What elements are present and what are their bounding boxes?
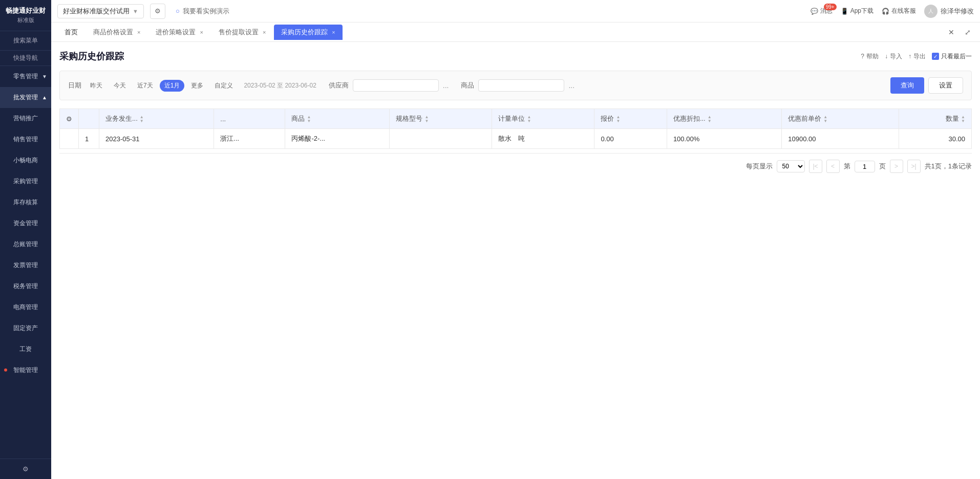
tabs-controls: ✕ ⤢ <box>945 26 974 38</box>
sidebar-settings-icon[interactable]: ⚙ <box>0 459 51 479</box>
next-page-button[interactable]: > <box>890 160 903 173</box>
sidebar-item-invoice[interactable]: 发票管理 <box>0 255 51 276</box>
demo-button[interactable]: ○ 我要看实例演示 <box>172 5 233 18</box>
table-col-product[interactable]: 商品▲▼ <box>285 109 390 129</box>
prev-page-button[interactable]: < <box>826 160 840 173</box>
supplier-input[interactable] <box>353 79 439 92</box>
sidebar-item-tax[interactable]: 税务管理 <box>0 276 51 297</box>
app-icon: 📱 <box>841 8 848 15</box>
chevron-down-icon: ▼ <box>133 8 138 14</box>
sidebar-item-ecommerce[interactable]: 电商管理 <box>0 297 51 318</box>
sidebar-item-purchase[interactable]: 采购管理 <box>0 171 51 192</box>
tab-home[interactable]: 首页 <box>57 25 85 40</box>
sidebar-item-finance[interactable]: 资金管理 <box>0 213 51 234</box>
sidebar-quick-nav[interactable]: 快捷导航 <box>0 51 51 66</box>
sidebar-item-label: 电商管理 <box>13 303 38 311</box>
sidebar-item-smart[interactable]: 智能管理 <box>0 360 51 381</box>
sidebar-item-marketing[interactable]: 营销推广 <box>0 108 51 129</box>
messages-button[interactable]: 💬 消息 99+ <box>811 7 833 15</box>
topbar: 好业财标准版交付试用 ▼ ⚙ ○ 我要看实例演示 💬 消息 99+ 📱 App下… <box>51 0 980 23</box>
table-col-spec[interactable]: 规格型号▲▼ <box>390 109 492 129</box>
online-service-button[interactable]: 🎧 在线客服 <box>882 7 916 15</box>
per-page-select[interactable]: 50 100 200 <box>777 160 805 172</box>
close-tab-button[interactable]: ✕ <box>945 26 957 38</box>
sidebar-item-ledger[interactable]: 总账管理 <box>0 234 51 255</box>
import-label: 导入 <box>890 52 902 61</box>
maximize-tab-button[interactable]: ⤢ <box>962 26 974 38</box>
page-suffix: 页 <box>879 162 886 171</box>
table-cell-pre-discount-price: 10900.00 <box>782 129 899 149</box>
user-info[interactable]: 人 徐泽华修改 <box>924 5 974 18</box>
table-col-discount[interactable]: 优惠折扣...▲▼ <box>667 109 781 129</box>
tab-purchase-strategy[interactable]: 进价策略设置 × <box>148 25 210 40</box>
table-col-gear[interactable]: ⚙ <box>60 109 79 129</box>
product-selector[interactable]: 好业财标准版交付试用 ▼ <box>57 4 144 18</box>
date-btn-more[interactable]: 更多 <box>186 80 208 92</box>
logo-sub: 标准版 <box>4 16 47 24</box>
date-btn-today[interactable]: 今天 <box>109 80 131 92</box>
sidebar-item-label: 工资 <box>19 345 32 353</box>
tab-close-icon[interactable]: × <box>263 29 266 35</box>
logo-title: 畅捷通好业财 <box>4 6 47 15</box>
settings-button[interactable]: 设置 <box>928 77 963 94</box>
product-input[interactable] <box>478 79 564 92</box>
chevron-up-icon: ▲ <box>42 95 47 100</box>
last-page-button[interactable]: >| <box>907 160 921 173</box>
table-col-price[interactable]: 报价▲▼ <box>594 109 667 129</box>
date-btn-1month[interactable]: 近1月 <box>160 80 185 92</box>
date-btn-yesterday[interactable]: 昨天 <box>86 80 107 92</box>
tab-price[interactable]: 商品价格设置 × <box>86 25 147 40</box>
tab-sale-price[interactable]: 售价提取设置 × <box>211 25 273 40</box>
topbar-right: 💬 消息 99+ 📱 App下载 🎧 在线客服 人 徐泽华修改 <box>811 5 974 18</box>
sidebar-item-sales[interactable]: 销售管理 <box>0 129 51 150</box>
sidebar-item-payroll[interactable]: 工资 <box>0 339 51 360</box>
table-col-pre-discount-price[interactable]: 优惠前单价▲▼ <box>782 109 899 129</box>
page-input[interactable] <box>855 161 875 172</box>
tab-close-icon[interactable]: × <box>332 29 335 35</box>
tab-close-icon[interactable]: × <box>137 29 140 35</box>
only-last-checkbox-group[interactable]: ✓ 只看最后一 <box>932 52 972 61</box>
sidebar-item-assets[interactable]: 固定资产 <box>0 318 51 339</box>
chevron-down-icon: ▼ <box>42 74 47 79</box>
sidebar-item-label: 批发管理 <box>13 94 38 101</box>
table-cell-quantity: 30.00 <box>899 129 972 149</box>
product-filter-group: 商品 ... <box>461 79 574 92</box>
checkbox-icon[interactable]: ✓ <box>932 53 939 60</box>
product-filter-label: 商品 <box>461 81 474 90</box>
query-button[interactable]: 查询 <box>890 77 924 94</box>
sidebar-item-label: 采购管理 <box>13 178 38 185</box>
table-col-quantity[interactable]: 数量▲▼ <box>899 109 972 129</box>
settings-icon[interactable]: ⚙ <box>150 4 165 19</box>
filter-row: 日期 昨天 今天 近7天 近1月 更多 自定义 2023-05-02 至 202… <box>59 71 972 100</box>
table-header-row: ⚙ 业务发生...▲▼ ... 商品▲▼ 规格型号▲▼ <box>60 109 972 129</box>
supplier-more-icon[interactable]: ... <box>443 81 449 90</box>
date-options: 昨天 今天 近7天 近1月 更多 自定义 <box>86 80 238 92</box>
product-more-icon[interactable]: ... <box>568 81 574 90</box>
tab-purchase-history[interactable]: 采购历史价跟踪 × <box>274 25 342 40</box>
page-container: 采购历史价跟踪 ? 帮助 ↓ 导入 ↑ 导出 <box>51 42 980 479</box>
sidebar-item-inventory[interactable]: 库存核算 <box>0 192 51 213</box>
export-icon: ↑ <box>908 53 911 60</box>
sidebar-item-ecommerce-small[interactable]: 小畅电商 <box>0 150 51 171</box>
table-col-biz-date[interactable]: 业务发生...▲▼ <box>99 109 214 129</box>
sidebar-search[interactable]: 搜索菜单 <box>0 31 51 51</box>
sidebar-item-wholesale[interactable]: 批发管理 ▲ <box>0 87 51 108</box>
help-button[interactable]: ? 帮助 <box>861 52 879 61</box>
tab-label: 采购历史价跟踪 <box>281 28 328 37</box>
app-download-button[interactable]: 📱 App下载 <box>841 7 874 15</box>
export-button[interactable]: ↑ 导出 <box>908 52 926 61</box>
first-page-button[interactable]: |< <box>809 160 822 173</box>
table-col-unit[interactable]: 计量单位▲▼ <box>492 109 594 129</box>
demo-label: 我要看实例演示 <box>183 7 229 16</box>
sidebar-item-label: 总账管理 <box>13 241 38 248</box>
date-btn-7days[interactable]: 近7天 <box>133 80 158 92</box>
only-last-label: 只看最后一 <box>941 52 972 61</box>
supplier-filter-label: 供应商 <box>329 81 349 90</box>
tab-close-icon[interactable]: × <box>200 29 203 35</box>
date-filter-group: 日期 昨天 今天 近7天 近1月 更多 自定义 2023-05-02 至 202… <box>68 80 316 92</box>
sidebar-item-retail[interactable]: 零售管理 ▼ <box>0 66 51 87</box>
demo-icon: ○ <box>176 7 180 15</box>
sidebar-item-label: 库存核算 <box>13 199 38 206</box>
import-button[interactable]: ↓ 导入 <box>885 52 902 61</box>
date-btn-custom[interactable]: 自定义 <box>210 80 238 92</box>
